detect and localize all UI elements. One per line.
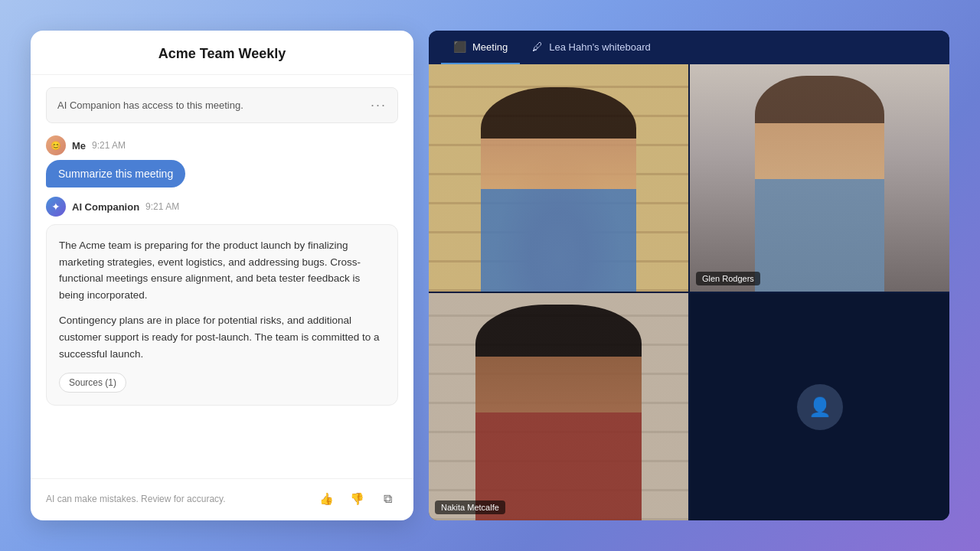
user-bubble: Summarize this meeting [46,160,185,187]
ai-paragraph-2: Contingency plans are in place for poten… [59,312,385,362]
video-panel: ⬛ Meeting 🖊 Lea Hahn's whiteboard Glen R… [429,31,949,520]
video-cell-bottom-right: 👤 [690,293,949,520]
video-cell-bottom-left: Nakita Metcalfe [429,293,688,520]
meeting-icon: ⬛ [453,41,466,53]
participant-label-glen: Glen Rodgers [696,272,760,285]
app-container: Acme Team Weekly AI Companion has access… [31,31,949,520]
chat-body: AI Companion has access to this meeting.… [31,75,413,478]
ai-paragraph-1: The Acme team is preparing for the produ… [59,237,385,303]
tab-meeting[interactable]: ⬛ Meeting [441,31,520,64]
sources-button[interactable]: Sources (1) [59,373,126,393]
thumbs-up-button[interactable] [315,488,337,510]
tab-meeting-label: Meeting [472,41,508,53]
chat-header: Acme Team Weekly [31,31,413,75]
tab-whiteboard[interactable]: 🖊 Lea Hahn's whiteboard [520,31,663,64]
sender-ai: AI Companion [72,201,139,213]
copy-button[interactable] [377,488,398,510]
ai-meta: ✦ AI Companion 9:21 AM [46,197,398,217]
access-bar-text: AI Companion has access to this meeting. [57,99,243,111]
more-options-button[interactable]: ··· [371,97,387,113]
ai-star-icon: ✦ [51,201,60,213]
user-message-group: 😊 Me 9:21 AM Summarize this meeting [46,135,398,187]
sender-me: Me [72,140,86,152]
thumbs-down-button[interactable] [346,488,368,510]
video-grid: Glen Rodgers Nakita Metcalfe 👤 [429,64,949,520]
user-meta: 😊 Me 9:21 AM [46,135,398,155]
ai-response-card: The Acme team is preparing for the produ… [46,224,398,406]
video-cell-top-left [429,64,688,292]
ai-message-group: ✦ AI Companion 9:21 AM The Acme team is … [46,197,398,406]
access-bar: AI Companion has access to this meeting.… [46,87,398,123]
chat-panel: Acme Team Weekly AI Companion has access… [31,31,413,520]
avatar-ai: ✦ [46,197,66,217]
footer-actions [315,488,398,510]
chat-title: Acme Team Weekly [158,46,286,61]
ai-response-text: The Acme team is preparing for the produ… [59,237,385,362]
video-cell-top-right: Glen Rodgers [690,64,949,292]
timestamp-ai: 9:21 AM [145,201,179,212]
participant-label-nakita: Nakita Metcalfe [435,500,505,514]
whiteboard-icon: 🖊 [532,41,543,53]
video-nav: ⬛ Meeting 🖊 Lea Hahn's whiteboard [429,31,949,64]
tab-whiteboard-label: Lea Hahn's whiteboard [549,41,651,53]
ai-disclaimer: AI can make mistakes. Review for accurac… [46,494,226,504]
avatar-me: 😊 [46,135,66,155]
chat-footer: AI can make mistakes. Review for accurac… [31,478,413,520]
timestamp-me: 9:21 AM [92,140,126,151]
